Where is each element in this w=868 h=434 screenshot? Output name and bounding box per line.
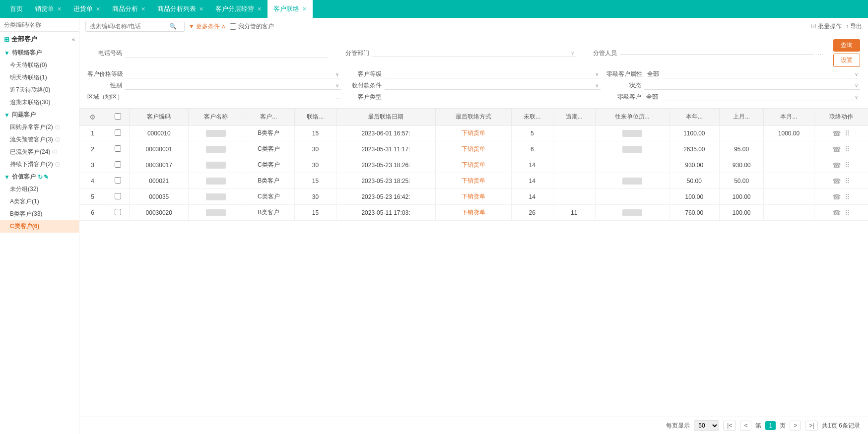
sidebar-item-overdue[interactable]: 逾期未联络(30) xyxy=(0,96,79,109)
sidebar-item-a-class[interactable]: A类客户(1) xyxy=(0,195,79,208)
export-btn[interactable]: ↑ 导出 xyxy=(846,22,862,31)
row-last-method[interactable]: 下销货单 xyxy=(435,173,511,189)
nav-item-analysis[interactable]: 商品分析 ✕ xyxy=(106,0,151,18)
search-input[interactable] xyxy=(90,23,169,30)
set-button[interactable]: 设置 xyxy=(833,54,860,67)
region-dots[interactable]: … xyxy=(335,94,341,101)
close-analysis-list-icon[interactable]: ✕ xyxy=(199,6,203,12)
customer-grade-select[interactable]: ∨ xyxy=(385,70,601,78)
manager-dots[interactable]: … xyxy=(817,50,823,57)
customer-type-label: 客户类型 xyxy=(347,93,382,101)
row-last-method[interactable]: 下销货单 xyxy=(435,125,511,141)
region-select[interactable] xyxy=(126,96,332,98)
manager-select[interactable] xyxy=(620,52,814,55)
sidebar-item-declining[interactable]: 持续下滑客户(2) ⓘ xyxy=(0,158,79,171)
more-action-icon[interactable]: ⠿ xyxy=(845,193,850,201)
nav-item-sales[interactable]: 销货单 ✕ xyxy=(29,0,67,18)
contact-action-icon[interactable]: ☎ xyxy=(832,161,841,169)
close-analysis-icon[interactable]: ✕ xyxy=(141,6,145,12)
row-this-year: 930.00 xyxy=(669,157,719,173)
th-checkbox[interactable] xyxy=(106,109,130,125)
sidebar-search-box[interactable]: 🔍 xyxy=(0,18,79,32)
close-customer-contact-icon[interactable]: ✕ xyxy=(302,6,307,12)
payment-select[interactable]: ∨ xyxy=(385,82,601,90)
row-last-method[interactable]: 下销货单 xyxy=(435,141,511,157)
first-page-btn[interactable]: |< xyxy=(723,421,736,431)
phone-input[interactable] xyxy=(125,49,329,58)
sidebar-item-tomorrow[interactable]: 明天待联络(1) xyxy=(0,71,79,84)
row-checkbox[interactable] xyxy=(106,157,130,173)
row-last-method[interactable]: 下销货单 xyxy=(435,205,511,221)
retail-attr-select[interactable]: ∨ xyxy=(662,70,860,78)
customer-type-select[interactable] xyxy=(385,96,601,98)
th-overdue: 逾期... xyxy=(553,109,595,125)
status-select[interactable]: ∨ xyxy=(644,82,860,90)
row-this-month xyxy=(764,141,814,157)
batch-ops-btn[interactable]: ☑ 批量操作 xyxy=(811,22,842,31)
sidebar-item-today[interactable]: 今天待联络(0) xyxy=(0,59,79,71)
sidebar-item-lost[interactable]: 已流失客户(24) ⓘ xyxy=(0,146,79,158)
page-size-select[interactable]: 50 20 100 xyxy=(694,420,719,431)
nav-item-customer-tier[interactable]: 客户分层经营 ✕ xyxy=(209,0,267,18)
all-customers-section[interactable]: ⊞ 全部客户 « xyxy=(0,32,79,47)
status-chevron-icon: ∨ xyxy=(855,83,858,88)
row-checkbox[interactable] xyxy=(106,189,130,205)
more-action-icon[interactable]: ⠿ xyxy=(845,177,850,185)
dept-select[interactable]: ∨ xyxy=(372,49,576,57)
more-conditions-btn[interactable]: ▼ 更多条件 ∧ xyxy=(189,22,226,31)
prev-page-btn[interactable]: < xyxy=(740,421,751,431)
contact-action-icon[interactable]: ☎ xyxy=(832,209,841,217)
row-checkbox[interactable] xyxy=(106,125,130,141)
row-last-method[interactable]: 下销货单 xyxy=(435,157,511,173)
th-settings[interactable]: ⚙ xyxy=(79,109,106,125)
my-customers-checkbox[interactable] xyxy=(230,23,236,30)
sidebar-item-7days[interactable]: 近7天待联络(0) xyxy=(0,84,79,96)
contact-action-icon[interactable]: ☎ xyxy=(832,177,841,185)
pending-group-label: ▼ 待联络客户 xyxy=(0,47,79,59)
contact-action-icon[interactable]: ☎ xyxy=(832,145,841,153)
collapse-icon[interactable]: « xyxy=(72,36,75,42)
sidebar-item-warning[interactable]: 流失预警客户(3) ⓘ xyxy=(0,133,79,146)
row-last-month xyxy=(720,125,764,141)
row-checkbox[interactable] xyxy=(106,141,130,157)
close-purchase-icon[interactable]: ✕ xyxy=(96,6,100,12)
retail-customer-select[interactable]: ∨ xyxy=(661,93,860,101)
close-sales-icon[interactable]: ✕ xyxy=(57,6,62,12)
value-group-edit-icon[interactable]: ✎ xyxy=(44,174,49,181)
row-overdue xyxy=(553,141,595,157)
more-action-icon[interactable]: ⠿ xyxy=(845,209,850,217)
row-checkbox[interactable] xyxy=(106,205,130,221)
select-all-checkbox[interactable] xyxy=(115,113,121,120)
row-actions: ☎ ⠿ xyxy=(814,157,868,173)
contact-action-icon[interactable]: ☎ xyxy=(832,129,841,137)
more-action-icon[interactable]: ⠿ xyxy=(845,145,850,153)
value-group-refresh-icon[interactable]: ↻ xyxy=(38,174,43,181)
row-last-method[interactable]: 下销货单 xyxy=(435,189,511,205)
row-code: 0000010 xyxy=(130,125,189,141)
gear-icon[interactable]: ⚙ xyxy=(89,113,96,121)
nav-item-analysis-list[interactable]: 商品分析列表 ✕ xyxy=(151,0,209,18)
search-icon[interactable]: 🔍 xyxy=(169,23,177,30)
row-contact: 15 xyxy=(294,205,336,221)
customer-value-select[interactable]: ∨ xyxy=(126,70,341,78)
sidebar-item-abnormal[interactable]: 回购异常客户(2) ⓘ xyxy=(0,121,79,133)
sidebar-item-b-class[interactable]: B类客户(33) xyxy=(0,208,79,220)
last-page-btn[interactable]: >| xyxy=(805,421,818,431)
row-checkbox[interactable] xyxy=(106,173,130,189)
my-customers-checkbox-label[interactable]: 我分管的客户 xyxy=(230,22,274,31)
nav-item-home[interactable]: 首页 xyxy=(4,0,29,18)
row-actions: ☎ ⠿ xyxy=(814,141,868,157)
nav-item-purchase[interactable]: 进货单 ✕ xyxy=(67,0,106,18)
gender-select[interactable]: ∨ xyxy=(125,82,341,90)
sidebar-item-unclassified[interactable]: 未分组(32) xyxy=(0,183,79,195)
sidebar-item-c-class[interactable]: C类客户(6) xyxy=(0,220,79,233)
next-page-btn[interactable]: > xyxy=(790,421,801,431)
search-box[interactable]: 🔍 xyxy=(85,21,185,32)
more-action-icon[interactable]: ⠿ xyxy=(845,129,850,137)
nav-item-customer-contact[interactable]: 客户联络 ✕ xyxy=(267,0,313,18)
sidebar-search-input[interactable] xyxy=(4,21,78,28)
query-button[interactable]: 查询 xyxy=(833,39,860,52)
close-customer-tier-icon[interactable]: ✕ xyxy=(257,6,262,12)
more-action-icon[interactable]: ⠿ xyxy=(845,161,850,169)
contact-action-icon[interactable]: ☎ xyxy=(832,193,841,201)
